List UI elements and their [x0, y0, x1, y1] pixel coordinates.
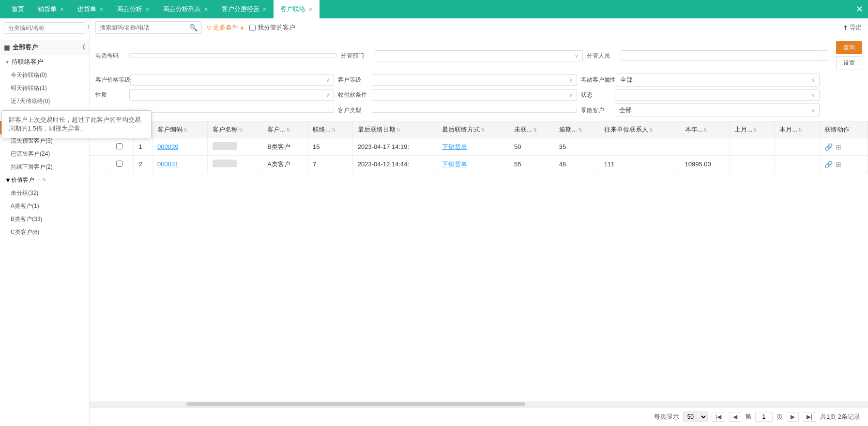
- unclassified-item[interactable]: 未分组(32): [0, 187, 89, 200]
- row1-last-date: 2023-04-17 14:19:: [352, 138, 437, 156]
- first-page-button[interactable]: |◀: [712, 412, 725, 422]
- col-contact[interactable]: 联络...⇅: [308, 121, 353, 138]
- col-uncontacted[interactable]: 未联...⇅: [509, 121, 554, 138]
- customer-level-select[interactable]: ∨: [372, 74, 577, 86]
- col-overdue[interactable]: 逾期...⇅: [554, 121, 599, 138]
- nature-select[interactable]: ∨: [129, 89, 334, 101]
- nav-product-list-close[interactable]: ✕: [204, 6, 208, 13]
- nav-home[interactable]: 首页: [5, 0, 31, 18]
- query-button[interactable]: 查询: [836, 41, 862, 54]
- col-type[interactable]: 客户...⇅: [262, 121, 308, 138]
- row2-name: [207, 156, 262, 173]
- manager-field: 分管人员 ···: [587, 50, 828, 61]
- row2-checkbox-input[interactable]: [116, 161, 122, 167]
- filter-top-bar: 🔍 ▽ 更多条件 ∧ 我分管的客户 ⬆ 导出: [90, 18, 868, 37]
- sidebar-content: ▦ 全部客户 《 ▼ 待联络客户 今天待联络(0) 明天待联络(1) 近7天待联…: [0, 38, 89, 426]
- lost-customers-item[interactable]: 已流失客户(24): [0, 147, 89, 161]
- nav-product-analysis-close[interactable]: ✕: [145, 6, 150, 13]
- class-a-item[interactable]: A类客户(1): [0, 200, 89, 213]
- nav-purchase-close[interactable]: ✕: [99, 6, 104, 13]
- col-last-contact-date[interactable]: 最后联络日期⇅: [352, 121, 437, 138]
- export-button[interactable]: ⬆ 导出: [843, 23, 862, 32]
- sidebar-search-input[interactable]: [4, 22, 85, 34]
- nav-customer-contact[interactable]: 客户联络 ✕: [274, 0, 320, 18]
- declining-customers-item[interactable]: 持续下滑客户(2): [0, 161, 89, 174]
- row2-code[interactable]: 000031: [152, 156, 208, 173]
- week-contact-item[interactable]: 近7天待联络(0): [0, 95, 89, 108]
- row2-checkbox[interactable]: [111, 156, 134, 173]
- next-page-button[interactable]: ▶: [787, 412, 799, 422]
- row1-code[interactable]: 000039: [152, 138, 208, 156]
- close-all-button[interactable]: ✕: [856, 4, 863, 15]
- total-records-label: 共1页 2条记录: [820, 412, 860, 421]
- row2-last-method[interactable]: 下销货单: [437, 156, 509, 173]
- row1-last-method[interactable]: 下销货单: [437, 138, 509, 156]
- status-field: 状态 ∨: [581, 89, 820, 101]
- settings-button[interactable]: 设置: [836, 56, 862, 70]
- nav-sales[interactable]: 销货单 ✕: [31, 0, 71, 18]
- more-conditions-button[interactable]: ▽ 更多条件 ∧: [207, 23, 244, 32]
- col-last-month[interactable]: 上月...⇅: [730, 121, 775, 138]
- class-b-item[interactable]: B类客户(33): [0, 213, 89, 226]
- last-page-button[interactable]: ▶|: [803, 412, 816, 422]
- nav-product-list[interactable]: 商品分析列表 ✕: [156, 0, 215, 18]
- row1-grid-icon[interactable]: ⊞: [836, 143, 841, 151]
- row2-contact: 7: [308, 156, 353, 173]
- nav-product-analysis[interactable]: 商品分析 ✕: [110, 0, 156, 18]
- col-code[interactable]: 客户编码⇅: [152, 121, 208, 138]
- per-page-select[interactable]: 50 10 20 100: [683, 411, 708, 422]
- tomorrow-contact-item[interactable]: 明天待联络(1): [0, 82, 89, 95]
- export-icon: ⬆: [843, 24, 848, 31]
- horizontal-scrollbar[interactable]: [90, 401, 868, 407]
- row1-link-icon[interactable]: 🔗: [824, 143, 833, 151]
- col-contact-person[interactable]: 往来单位联系人⇅: [599, 121, 680, 138]
- page-number-input[interactable]: [755, 412, 773, 422]
- price-level-select[interactable]: ∨: [130, 74, 334, 86]
- all-customers-header[interactable]: ▦ 全部客户 《: [0, 40, 89, 55]
- nav-customer-tier[interactable]: 客户分层经营 ✕: [215, 0, 274, 18]
- customer-type-select[interactable]: [372, 108, 577, 113]
- today-contact-item[interactable]: 今天待联络(0): [0, 69, 89, 82]
- col-this-month[interactable]: 本月...⇅: [775, 121, 820, 138]
- status-select[interactable]: ∨: [615, 89, 820, 101]
- nav-customer-tier-close[interactable]: ✕: [262, 6, 267, 13]
- row2-link-icon[interactable]: 🔗: [824, 161, 833, 168]
- row1-uncontacted: 50: [509, 138, 554, 156]
- my-customers-checkbox-area: 我分管的客户: [249, 23, 295, 32]
- chevron-down-icon: ∨: [811, 77, 815, 83]
- col-name[interactable]: 客户名称⇅: [207, 121, 262, 138]
- row1-actions: 🔗 ⊞: [820, 138, 868, 156]
- row1-checkbox-input[interactable]: [116, 143, 122, 149]
- scatter-attr-select[interactable]: 全部 ∨: [616, 73, 820, 87]
- row2-last-month: [730, 156, 775, 173]
- col-this-year[interactable]: 本年...⇅: [680, 121, 730, 138]
- dept-select[interactable]: ∨: [375, 50, 582, 61]
- class-c-item[interactable]: C类客户(6): [0, 226, 89, 239]
- main-search-input[interactable]: [100, 24, 189, 31]
- customer-table: ⚙ 客户编码⇅ 客户名称⇅ 客户...⇅ 联络...⇅ 最后联络日期⇅ 最后联络…: [90, 121, 868, 173]
- row1-checkbox[interactable]: [111, 138, 134, 156]
- col-last-contact-method[interactable]: 最后联络方式⇅: [437, 121, 509, 138]
- phone-input[interactable]: [129, 53, 337, 58]
- nav-customer-contact-close[interactable]: ✕: [308, 6, 313, 13]
- prev-page-button[interactable]: ◀: [729, 412, 741, 422]
- filter-row-1: 电话号码 分管部门 ∨ 分管人员 ···: [95, 41, 862, 70]
- page-suffix-label: 页: [777, 412, 783, 421]
- pending-contact-title[interactable]: ▼ 待联络客户: [0, 55, 89, 69]
- row1-this-month: [775, 138, 820, 156]
- my-customers-checkbox[interactable]: [249, 25, 256, 31]
- extra-select[interactable]: [129, 108, 334, 113]
- row2-grid-icon[interactable]: ⊞: [836, 161, 841, 168]
- row2-type: A类客户: [262, 156, 308, 173]
- advanced-filter: 电话号码 分管部门 ∨ 分管人员 ···: [90, 37, 868, 121]
- scrollbar-thumb[interactable]: [186, 402, 525, 406]
- nav-purchase[interactable]: 进货单 ✕: [71, 0, 110, 18]
- payment-select[interactable]: ∨: [372, 89, 577, 101]
- manager-select[interactable]: ···: [621, 50, 828, 61]
- nav-sales-close[interactable]: ✕: [60, 6, 64, 13]
- sidebar-collapse-button[interactable]: 《: [79, 43, 85, 52]
- row1-type: B类客户: [262, 138, 308, 156]
- col-action: 联络动作: [820, 121, 868, 138]
- scatter-customer-select[interactable]: 全部 ∨: [615, 103, 820, 117]
- chevron-down-icon: ∨: [811, 107, 815, 114]
